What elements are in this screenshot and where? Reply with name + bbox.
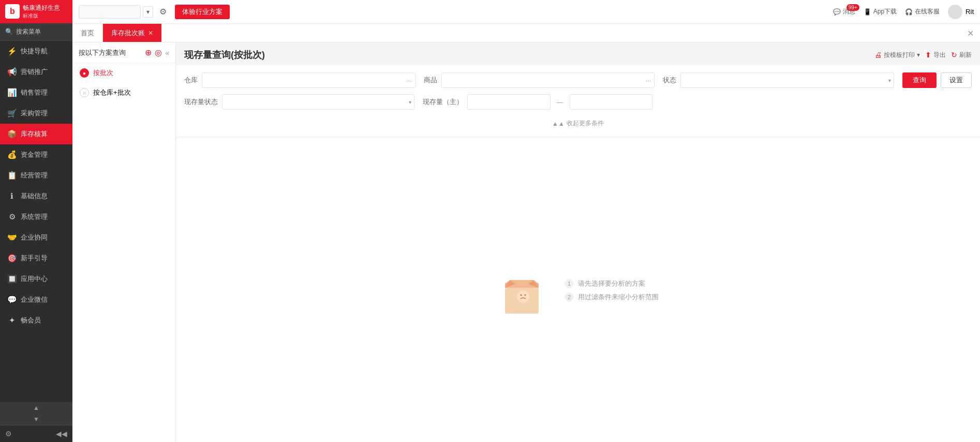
print-dropdown-icon[interactable]: ▾: [917, 51, 920, 58]
newuser-icon: 🎯: [7, 254, 17, 263]
app-title: 畅康通好生意 标准版: [23, 4, 60, 19]
inventory-qty-max-input[interactable]: [570, 94, 653, 110]
product-field: 商品 ···: [424, 72, 655, 88]
settings-icon[interactable]: ⚙: [5, 430, 12, 438]
settings-button[interactable]: 设置: [941, 72, 972, 88]
sidebar-item-inventory[interactable]: 📦 库存核算: [0, 124, 72, 144]
step-2-number: 2: [565, 292, 574, 302]
page-title: 现存量查询(按批次): [184, 49, 265, 61]
tab-close-right-icon[interactable]: ✕: [967, 28, 974, 38]
sidebar-item-label: 系统管理: [21, 212, 48, 222]
left-panel-header: 按以下方案查询 ⊕ ◎ «: [72, 42, 175, 63]
sidebar-item-newuser[interactable]: 🎯 新手引导: [0, 248, 72, 269]
app-logo: b: [5, 4, 20, 19]
inventory-status-label: 现存量状态: [184, 97, 218, 107]
export-label: 导出: [933, 51, 946, 60]
sidebar-item-label: 营销推广: [21, 67, 48, 77]
app-download-label: App下载: [873, 7, 897, 16]
filter-row-1: 仓库 ··· 商品 ··· 状态: [184, 72, 972, 88]
messages-button[interactable]: 💬 消息 99+: [833, 7, 855, 16]
tab-home[interactable]: 首页: [72, 24, 103, 42]
sidebar-nav: ⚡ 快捷导航 📢 营销推广 📊 销售管理 🛒 采购管理 📦 库存核算 💰 资金管…: [0, 41, 72, 402]
inventory-status-select[interactable]: [222, 94, 414, 110]
export-icon: ⬆: [925, 51, 931, 59]
product-more-icon[interactable]: ···: [643, 77, 655, 84]
topbar-actions: 💬 消息 99+ 📱 App下载 🎧 在线客服 Rit: [833, 5, 974, 19]
sidebar-collapse-icon[interactable]: ◀◀: [56, 430, 67, 438]
print-button[interactable]: 🖨 按模板打印 ▾: [874, 51, 920, 60]
sidebar-item-member[interactable]: ✦ 畅会员: [0, 310, 72, 331]
empty-text: 1 请先选择要分析的方案 2 用过滤条件来缩小分析范围: [565, 279, 659, 302]
empty-step-2: 2 用过滤条件来缩小分析范围: [565, 292, 659, 302]
topbar-search-input[interactable]: [79, 5, 141, 19]
manage-plan-icon[interactable]: ◎: [155, 48, 162, 57]
collapse-more-btn[interactable]: ▲▲ 收起更多条件: [184, 116, 972, 129]
inventory-status-select-wrapper: ▾: [222, 94, 414, 110]
tab-batch-account[interactable]: 库存批次账 ✕: [103, 24, 162, 42]
empty-state: 1 请先选择要分析的方案 2 用过滤条件来缩小分析范围: [176, 138, 980, 442]
sidebar-item-finance[interactable]: 💰 资金管理: [0, 144, 72, 165]
plan-item-warehouse-batch[interactable]: ○ 按仓库+批次: [72, 83, 175, 102]
sidebar-search-menu[interactable]: 🔍 搜索菜单: [0, 23, 72, 41]
quick-nav-icon: ⚡: [7, 47, 17, 56]
tab-batch-account-label: 库存批次账: [111, 28, 145, 38]
sidebar-item-sales[interactable]: 📊 销售管理: [0, 82, 72, 103]
sidebar-item-operations[interactable]: 📋 经营管理: [0, 165, 72, 186]
sidebar-item-quick-nav[interactable]: ⚡ 快捷导航: [0, 41, 72, 62]
inventory-qty-label: 现存量（主）: [423, 97, 463, 107]
app-download-button[interactable]: 📱 App下载: [864, 7, 897, 16]
page-header-actions: 🖨 按模板打印 ▾ ⬆ 导出 ↻ 刷新: [874, 51, 972, 60]
sidebar-item-marketing[interactable]: 📢 营销推广: [0, 62, 72, 82]
product-label: 商品: [424, 76, 437, 85]
sidebar-scroll-up[interactable]: ▲: [0, 402, 72, 414]
user-menu[interactable]: Rit: [948, 5, 974, 19]
messages-badge: 99+: [847, 4, 859, 11]
topbar-gear-icon[interactable]: ⚙: [159, 7, 167, 17]
status-select[interactable]: [680, 72, 894, 88]
sidebar-item-enterprise[interactable]: 🤝 企业协同: [0, 227, 72, 248]
sales-icon: 📊: [7, 88, 17, 97]
svg-point-4: [517, 290, 529, 303]
left-panel-title: 按以下方案查询: [79, 48, 126, 57]
sidebar-item-system[interactable]: ⚙ 系统管理: [0, 207, 72, 227]
plan-item-batch[interactable]: ● 按批次: [72, 63, 175, 83]
online-service-label: 在线客服: [915, 7, 940, 16]
export-button[interactable]: ⬆ 导出: [925, 51, 946, 60]
sidebar-item-label: 企业协同: [21, 233, 48, 242]
warehouse-more-icon[interactable]: ···: [403, 77, 415, 84]
app-download-icon: 📱: [864, 8, 871, 16]
refresh-button[interactable]: ↻ 刷新: [951, 51, 972, 60]
sidebar-scroll-down[interactable]: ▼: [0, 414, 72, 425]
topbar-dropdown-button[interactable]: ▾: [143, 6, 153, 18]
svg-point-6: [525, 294, 526, 296]
sidebar-item-purchase[interactable]: 🛒 采购管理: [0, 103, 72, 124]
plan-active-icon: ●: [80, 68, 89, 78]
inventory-qty-min-input[interactable]: [467, 94, 551, 110]
plan-item-label: 按批次: [93, 68, 113, 78]
svg-point-5: [521, 294, 522, 296]
tab-close-icon[interactable]: ✕: [148, 30, 153, 37]
sidebar-item-basic[interactable]: ℹ 基础信息: [0, 186, 72, 207]
sidebar-item-label: 快捷导航: [21, 47, 48, 56]
add-plan-icon[interactable]: ⊕: [145, 48, 152, 57]
online-service-button[interactable]: 🎧 在线客服: [905, 7, 940, 16]
collapse-panel-icon[interactable]: «: [165, 49, 169, 57]
search-icon: 🔍: [5, 28, 13, 35]
sidebar-item-label: 企业微信: [21, 295, 48, 304]
avatar: [948, 5, 962, 19]
query-button[interactable]: 查询: [902, 72, 937, 88]
filter-actions: 查询 设置: [902, 72, 972, 88]
product-input[interactable]: [442, 77, 643, 84]
tabbar: 首页 库存批次账 ✕ ✕: [72, 24, 980, 42]
purchase-icon: 🛒: [7, 109, 17, 118]
sidebar-item-wechat[interactable]: 💬 企业微信: [0, 289, 72, 310]
main-content: ▾ ⚙ 体验行业方案 💬 消息 99+ 📱 App下载 🎧 在线客服 Rit: [72, 0, 980, 442]
sidebar-item-label: 经营管理: [21, 171, 48, 180]
collapse-chevron-icon: ▲▲: [552, 120, 565, 127]
inventory-qty-field: 现存量（主） —: [423, 94, 653, 110]
refresh-label: 刷新: [959, 51, 972, 60]
content-area: 按以下方案查询 ⊕ ◎ « ● 按批次 ○ 按仓库+批次 现存量查询(按批次): [72, 42, 980, 442]
sidebar-item-apps[interactable]: 🔲 应用中心: [0, 269, 72, 289]
trial-button[interactable]: 体验行业方案: [175, 5, 230, 19]
warehouse-input[interactable]: [202, 77, 403, 84]
